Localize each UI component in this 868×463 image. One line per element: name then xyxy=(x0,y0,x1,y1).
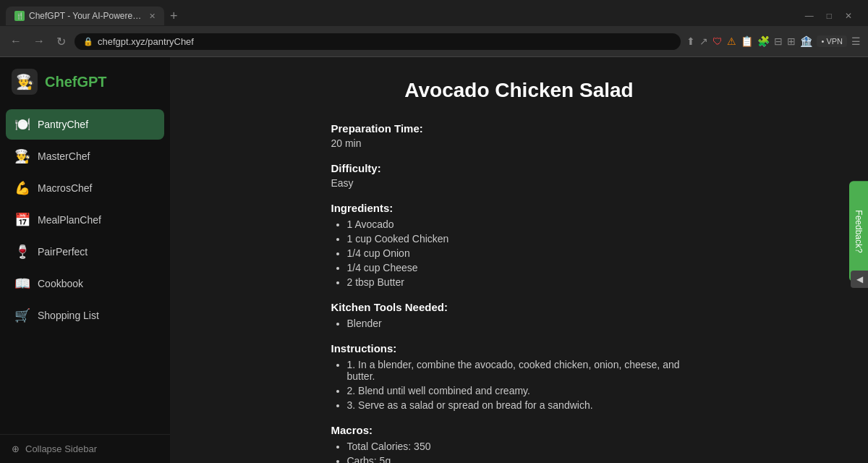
sidebar-item-label: PantryChef xyxy=(38,119,88,130)
sidebar-item-meal-plan-chef[interactable]: 📅 MealPlanChef xyxy=(6,205,164,235)
macros-section: Macros: Total Calories: 350 Carbs: 5g xyxy=(331,424,707,463)
instructions-section: Instructions: 1. In a blender, combine t… xyxy=(331,342,707,411)
lock-icon: 🔒 xyxy=(83,37,93,46)
extension-icon-1[interactable]: 🛡 xyxy=(712,35,723,47)
recipe-container: Avocado Chicken Salad Preparation Time: … xyxy=(302,57,736,463)
pantry-chef-icon: 🍽️ xyxy=(14,116,30,132)
sidebar-item-label: Cookbook xyxy=(38,278,83,289)
vpn-badge[interactable]: • VPN xyxy=(817,35,847,47)
list-item: 1/4 cup Cheese xyxy=(347,262,707,273)
sidebar-item-label: MasterChef xyxy=(38,150,90,162)
back-button[interactable]: ← xyxy=(7,33,25,49)
collapse-icon: ⊕ xyxy=(12,443,20,454)
split-view-icon[interactable]: ⊞ xyxy=(787,35,796,47)
list-item: Carbs: 5g xyxy=(347,455,707,463)
difficulty-section: Difficulty: Easy xyxy=(331,162,707,189)
meal-plan-chef-icon: 📅 xyxy=(14,212,30,228)
master-chef-icon: 👨‍🍳 xyxy=(14,148,30,164)
sidebar-item-label: PairPerfect xyxy=(38,246,88,258)
collapse-sidebar-button[interactable]: ⊕ Collapse Sidebar xyxy=(0,434,170,463)
sidebar-item-cookbook[interactable]: 📖 Cookbook xyxy=(6,268,164,299)
app-container: 👨‍🍳 ChefGPT 🍽️ PantryChef 👨‍🍳 MasterChef… xyxy=(0,57,868,463)
logo-text: ChefGPT xyxy=(45,74,107,90)
sidebar-item-pantry-chef[interactable]: 🍽️ PantryChef xyxy=(6,109,164,140)
sidebar-item-label: Shopping List xyxy=(38,310,99,321)
sidebar-item-macros-chef[interactable]: 💪 MacrosChef xyxy=(6,173,164,203)
list-item: 1 Avocado xyxy=(347,218,707,230)
share-icon[interactable]: ↗ xyxy=(699,35,708,47)
list-item: 1/4 cup Onion xyxy=(347,247,707,259)
instructions-label: Instructions: xyxy=(331,342,707,354)
macros-label: Macros: xyxy=(331,424,707,436)
tab-favicon: 🍴 xyxy=(14,11,25,21)
logo-accent: GPT xyxy=(77,74,106,90)
refresh-button[interactable]: ↻ xyxy=(54,33,69,50)
sidebar-nav: 🍽️ PantryChef 👨‍🍳 MasterChef 💪 MacrosChe… xyxy=(0,106,170,434)
difficulty-value: Easy xyxy=(331,177,707,189)
sidebar-item-label: MealPlanChef xyxy=(38,214,101,226)
shopping-list-icon: 🛒 xyxy=(14,307,30,323)
tab-bar: 🍴 ChefGPT - Your AI-Powered Pers... ✕ + … xyxy=(0,0,868,26)
sidebar: 👨‍🍳 ChefGPT 🍽️ PantryChef 👨‍🍳 MasterChef… xyxy=(0,57,170,463)
collapse-label: Collapse Sidebar xyxy=(25,443,97,454)
prep-time-value: 20 min xyxy=(331,137,707,149)
feedback-toggle[interactable]: ◀ xyxy=(851,271,868,288)
pair-perfect-icon: 🍷 xyxy=(14,244,30,260)
active-tab[interactable]: 🍴 ChefGPT - Your AI-Powered Pers... ✕ xyxy=(6,7,164,25)
difficulty-label: Difficulty: xyxy=(331,162,707,174)
tools-list: Blender xyxy=(331,318,707,329)
cookbook-icon: 📖 xyxy=(14,276,30,292)
list-item: Blender xyxy=(347,318,707,329)
download-icon[interactable]: ⬆ xyxy=(686,35,695,47)
address-bar: ← → ↻ 🔒 chefgpt.xyz/pantryChef ⬆ ↗ 🛡 ⚠ 📋… xyxy=(0,26,868,56)
minimize-button[interactable]: — xyxy=(801,9,818,22)
main-content: Avocado Chicken Salad Preparation Time: … xyxy=(170,57,868,463)
logo-icon: 👨‍🍳 xyxy=(12,69,38,95)
macros-list: Total Calories: 350 Carbs: 5g xyxy=(331,441,707,463)
sidebar-item-pair-perfect[interactable]: 🍷 PairPerfect xyxy=(6,237,164,267)
sidebar-item-label: MacrosChef xyxy=(38,182,92,194)
list-item: 3. Serve as a salad or spread on bread f… xyxy=(347,399,707,411)
new-tab-button[interactable]: + xyxy=(164,9,184,24)
tools-label: Kitchen Tools Needed: xyxy=(331,301,707,313)
feedback-label: Feedback? xyxy=(854,210,864,252)
tools-section: Kitchen Tools Needed: Blender xyxy=(331,301,707,329)
extension-icon-3[interactable]: 📋 xyxy=(741,35,753,47)
ingredients-list: 1 Avocado 1 cup Cooked Chicken 1/4 cup O… xyxy=(331,218,707,288)
prep-time-label: Preparation Time: xyxy=(331,122,707,135)
window-controls: — □ ✕ xyxy=(801,9,862,22)
forward-button[interactable]: → xyxy=(30,33,48,49)
menu-button[interactable]: ☰ xyxy=(851,35,861,47)
recipe-title: Avocado Chicken Salad xyxy=(331,79,707,102)
wallet-icon[interactable]: 🏦 xyxy=(800,35,812,47)
sidebar-item-master-chef[interactable]: 👨‍🍳 MasterChef xyxy=(6,141,164,171)
extension-icon-2[interactable]: ⚠ xyxy=(727,35,736,47)
browser-chrome: 🍴 ChefGPT - Your AI-Powered Pers... ✕ + … xyxy=(0,0,868,57)
ingredients-label: Ingredients: xyxy=(331,202,707,214)
macros-chef-icon: 💪 xyxy=(14,180,30,196)
url-bar[interactable]: 🔒 chefgpt.xyz/pantryChef xyxy=(75,33,681,50)
url-text: chefgpt.xyz/pantryChef xyxy=(98,36,194,47)
list-item: 1. In a blender, combine the avocado, co… xyxy=(347,359,707,382)
toolbar-icons: ⬆ ↗ 🛡 ⚠ 📋 🧩 ⊟ ⊞ 🏦 • VPN ☰ xyxy=(686,35,861,47)
close-window-button[interactable]: ✕ xyxy=(841,9,856,22)
sidebar-toggle-icon[interactable]: ⊟ xyxy=(774,35,783,47)
maximize-button[interactable]: □ xyxy=(822,9,836,22)
tab-close-button[interactable]: ✕ xyxy=(149,12,156,21)
sidebar-item-shopping-list[interactable]: 🛒 Shopping List xyxy=(6,300,164,331)
list-item: 2 tbsp Butter xyxy=(347,276,707,288)
extensions-button[interactable]: 🧩 xyxy=(757,35,770,47)
prep-time-section: Preparation Time: 20 min xyxy=(331,122,707,149)
list-item: Total Calories: 350 xyxy=(347,441,707,452)
tab-title: ChefGPT - Your AI-Powered Pers... xyxy=(29,11,145,21)
feedback-toggle-icon: ◀ xyxy=(856,274,863,284)
instructions-list: 1. In a blender, combine the avocado, co… xyxy=(331,359,707,411)
sidebar-logo: 👨‍🍳 ChefGPT xyxy=(0,57,170,106)
ingredients-section: Ingredients: 1 Avocado 1 cup Cooked Chic… xyxy=(331,202,707,288)
list-item: 1 cup Cooked Chicken xyxy=(347,233,707,245)
list-item: 2. Blend until well combined and creamy. xyxy=(347,385,707,396)
feedback-button[interactable]: Feedback? xyxy=(849,181,868,281)
logo-plain: Chef xyxy=(45,74,77,90)
